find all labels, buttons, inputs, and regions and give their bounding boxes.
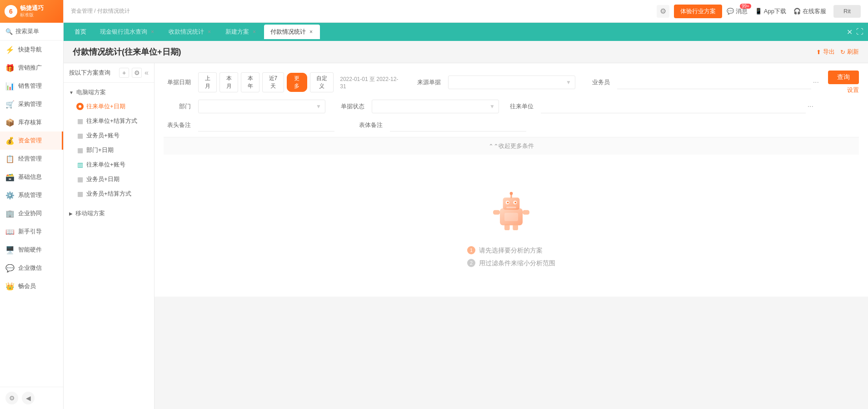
export-icon: ⬆ [816, 49, 821, 56]
message-icon: 💬 [727, 8, 734, 15]
refresh-button[interactable]: ↻ 刷新 [840, 48, 859, 56]
sidebar-footer: ⚙ ◀ [0, 387, 63, 409]
doc-status-select[interactable]: ▼ [372, 100, 499, 113]
add-scheme-button[interactable]: + [119, 68, 129, 78]
page-content: 付款情况统计(往来单位+日期) ⬆ 导出 ↻ 刷新 按以下方案查询 [64, 41, 868, 409]
tab-cash-flow[interactable]: 现金银行流水查询 × [94, 25, 161, 39]
scheme-item-unit-date[interactable]: 往来单位+日期 [64, 99, 154, 114]
scheme-item-unit-settlement[interactable]: ▦ 往来单位+结算方式 [64, 114, 154, 128]
filter-row-2: 部门 ▼ 单据状态 ▼ 往来单位 ··· [164, 100, 859, 113]
tab-receipt-stat-close[interactable]: × [207, 28, 212, 35]
trial-button[interactable]: 体验行业方案 [674, 5, 722, 18]
pc-group-arrow: ▼ [69, 90, 74, 95]
sidebar-collapse-button[interactable]: ◀ [22, 392, 35, 404]
page-title: 付款情况统计(往来单位+日期) [73, 46, 181, 57]
tab-new-scheme-close[interactable]: × [252, 28, 257, 35]
sidebar-item-purchase[interactable]: 🛒 采购管理 [0, 95, 63, 113]
export-button[interactable]: ⬆ 导出 [816, 48, 835, 56]
sidebar-item-operation[interactable]: 📋 经营管理 [0, 150, 63, 168]
sidebar-item-vip[interactable]: 👑 畅会员 [0, 277, 63, 295]
date-last-month[interactable]: 上月 [198, 72, 217, 92]
collapse-more-button[interactable]: ⌃⌃ 收起更多条件 [164, 137, 859, 155]
table-icon-3: ▦ [76, 146, 84, 154]
table-icon-2: ▦ [76, 132, 84, 139]
date-label: 单据日期 [164, 78, 191, 86]
salesman-ellipsis[interactable]: ··· [811, 78, 821, 86]
sidebar-item-hardware[interactable]: 🖥️ 智能硬件 [0, 241, 63, 259]
source-label: 来源单据 [409, 78, 441, 86]
sidebar-item-system[interactable]: ⚙️ 系统管理 [0, 186, 63, 204]
source-select[interactable]: ▼ [448, 76, 575, 89]
tab-payment-stat[interactable]: 付款情况统计 × [264, 25, 320, 39]
sidebar-item-wechat[interactable]: 💬 企业微信 [0, 259, 63, 277]
sidebar-item-quick-nav[interactable]: ⚡ 快捷导航 [0, 40, 63, 59]
scheme-item-staff-settlement[interactable]: ▦ 业务员+结算方式 [64, 187, 154, 201]
sidebar-item-marketing[interactable]: 🎁 营销推广 [0, 59, 63, 77]
tab-receipt-stat[interactable]: 收款情况统计 × [162, 25, 218, 39]
expand-button[interactable]: ⛶ [856, 28, 863, 36]
scheme-actions: + ⚙ « [119, 68, 149, 78]
date-custom[interactable]: 自定义 [310, 72, 334, 92]
scheme-item-staff-account[interactable]: ▦ 业务员+账号 [64, 128, 154, 143]
empty-state: 1 请先选择要分析的方案 2 用过滤条件来缩小分析范围 [155, 162, 868, 297]
sidebar-item-guide[interactable]: 📖 新手引导 [0, 222, 63, 241]
sidebar-item-sales[interactable]: 📊 销售管理 [0, 77, 63, 95]
tab-new-scheme[interactable]: 新建方案 × [219, 25, 263, 39]
settings-link[interactable]: 设置 [847, 86, 859, 94]
date-last-7-days[interactable]: 近7天 [262, 72, 284, 92]
svg-rect-12 [513, 224, 518, 230]
topbar-settings-button[interactable]: ⚙ [657, 5, 669, 18]
message-button[interactable]: 💬 消息 99+ [727, 7, 748, 15]
date-this-month[interactable]: 本月 [219, 72, 238, 92]
table-header-note-input[interactable] [198, 119, 334, 131]
topbar: 资金管理 / 付款情况统计 ⚙ 体验行业方案 💬 消息 99+ 📱 App下载 … [64, 0, 868, 23]
sidebar-item-enterprise[interactable]: 🏢 企业协同 [0, 204, 63, 222]
scheme-collapse-button[interactable]: « [145, 69, 149, 77]
sidebar-item-basic[interactable]: 🗃️ 基础信息 [0, 168, 63, 186]
doc-status-arrow: ▼ [489, 103, 495, 110]
mobile-scheme-group-title[interactable]: ▶ 移动端方案 [64, 207, 154, 220]
tab-payment-stat-close[interactable]: × [309, 28, 314, 35]
date-more[interactable]: 更多 [287, 73, 307, 92]
scheme-item-dept-date[interactable]: ▦ 部门+日期 [64, 143, 154, 157]
settings-icon: ⚙ [660, 7, 666, 15]
date-group: 上月 本月 本年 近7天 更多 自定义 2022-01-01 至 2022-12… [198, 72, 402, 92]
sidebar-item-inventory[interactable]: 📦 库存核算 [0, 113, 63, 131]
pc-scheme-group-title[interactable]: ▼ 电脑端方案 [64, 86, 154, 99]
sidebar-settings-button[interactable]: ⚙ [5, 392, 18, 404]
filter-main: 单据日期 上月 本月 本年 近7天 更多 自定义 2022-01-01 至 20… [155, 63, 868, 409]
mobile-scheme-group: ▶ 移动端方案 [64, 204, 154, 223]
sidebar-item-capital[interactable]: 💰 资金管理 [0, 131, 63, 150]
logo-icon: 6 [5, 5, 17, 18]
date-range-display: 2022-01-01 至 2022-12-31 [340, 76, 402, 90]
date-this-year[interactable]: 本年 [241, 72, 259, 92]
operation-icon: 📋 [5, 154, 15, 163]
salesman-input[interactable] [617, 76, 811, 89]
user-avatar[interactable]: Rit [833, 5, 861, 18]
table-body-note-input[interactable] [390, 119, 526, 131]
related-unit-ellipsis[interactable]: ··· [806, 102, 815, 111]
app-download-button[interactable]: 📱 App下载 [755, 7, 786, 15]
layout-body: 按以下方案查询 + ⚙ « ▼ 电脑端方案 [64, 63, 868, 409]
table-icon-4: ▦ [76, 176, 84, 183]
table-header-note-label: 表头备注 [164, 121, 191, 129]
inventory-icon: 📦 [5, 118, 15, 127]
related-unit-input[interactable] [541, 100, 806, 113]
svg-point-7 [510, 192, 513, 195]
dept-select[interactable]: ▼ [198, 100, 325, 113]
scheme-settings-button[interactable]: ⚙ [132, 68, 142, 78]
tip-item-1: 1 请先选择要分析的方案 [467, 244, 555, 257]
dept-select-arrow: ▼ [316, 103, 321, 110]
online-service-button[interactable]: 🎧 在线客服 [793, 7, 826, 15]
chart-icon: ▥ [76, 161, 84, 168]
close-all-button[interactable]: ✕ [847, 28, 853, 36]
scheme-item-unit-account[interactable]: ▥ 往来单位+账号 [64, 157, 154, 172]
page-actions: ⬆ 导出 ↻ 刷新 [816, 48, 859, 56]
tab-home[interactable]: 首页 [68, 25, 93, 39]
search-menu[interactable]: 🔍 搜索菜单 [0, 23, 63, 40]
vip-icon: 👑 [5, 282, 15, 291]
query-button[interactable]: 查询 [828, 71, 859, 84]
tab-cash-flow-close[interactable]: × [150, 28, 155, 35]
topbar-right: 💬 消息 99+ 📱 App下载 🎧 在线客服 Rit [727, 5, 861, 18]
scheme-item-staff-date[interactable]: ▦ 业务员+日期 [64, 172, 154, 187]
